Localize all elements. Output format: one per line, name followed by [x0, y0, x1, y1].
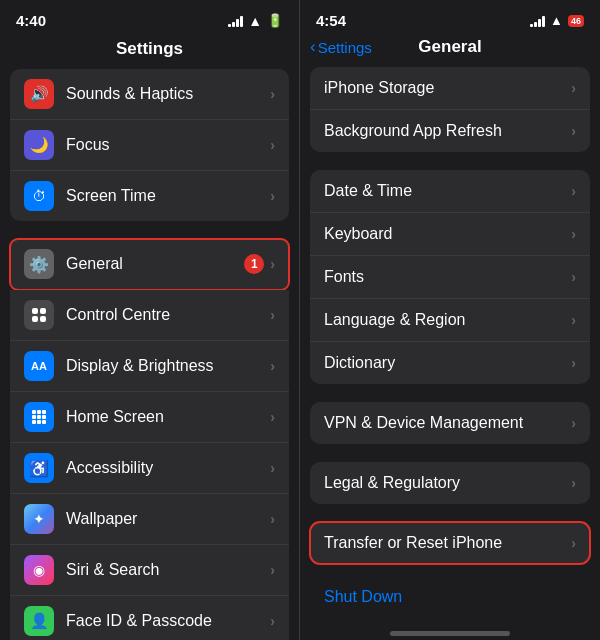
settings-item-display[interactable]: AA Display & Brightness › — [10, 341, 289, 392]
display-icon: AA — [24, 351, 54, 381]
right-item-dictionary[interactable]: Dictionary › — [310, 342, 590, 384]
settings-item-general[interactable]: ⚙️ General 1 › — [10, 239, 289, 290]
right-group-vpn: VPN & Device Management › — [310, 402, 590, 444]
settings-item-home-screen[interactable]: Home Screen › — [10, 392, 289, 443]
dictionary-chevron: › — [571, 355, 576, 371]
fonts-chevron: › — [571, 269, 576, 285]
legal-label: Legal & Regulatory — [324, 474, 460, 492]
sounds-chevron: › — [270, 86, 275, 102]
right-item-vpn[interactable]: VPN & Device Management › — [310, 402, 590, 444]
fonts-label: Fonts — [324, 268, 364, 286]
home-screen-chevron: › — [270, 409, 275, 425]
control-centre-label: Control Centre — [66, 306, 270, 324]
wallpaper-label: Wallpaper — [66, 510, 270, 528]
svg-rect-0 — [32, 308, 38, 314]
right-item-fonts[interactable]: Fonts › — [310, 256, 590, 299]
siri-label: Siri & Search — [66, 561, 270, 579]
svg-rect-11 — [37, 420, 41, 424]
home-screen-label: Home Screen — [66, 408, 270, 426]
focus-icon: 🌙 — [24, 130, 54, 160]
legal-chevron: › — [571, 475, 576, 491]
left-panel: 4:40 ▲ 🔋 Settings 🔊 Sounds & Haptics › — [0, 0, 300, 640]
faceid-label: Face ID & Passcode — [66, 612, 270, 630]
svg-rect-12 — [42, 420, 46, 424]
signal-bar-1 — [228, 24, 231, 27]
svg-rect-5 — [37, 410, 41, 414]
svg-rect-7 — [32, 415, 36, 419]
settings-item-focus[interactable]: 🌙 Focus › — [10, 120, 289, 171]
right-item-transfer-reset[interactable]: Transfer or Reset iPhone › — [310, 522, 590, 564]
svg-rect-2 — [32, 316, 38, 322]
wallpaper-icon: ✦ — [24, 504, 54, 534]
faceid-icon: 👤 — [24, 606, 54, 636]
settings-group-top: 🔊 Sounds & Haptics › 🌙 Focus › ⏱ Screen … — [10, 69, 289, 221]
siri-icon: ◉ — [24, 555, 54, 585]
settings-item-faceid[interactable]: 👤 Face ID & Passcode › — [10, 596, 289, 640]
screen-time-chevron: › — [270, 188, 275, 204]
accessibility-icon: ♿ — [24, 453, 54, 483]
settings-item-screen-time[interactable]: ⏱ Screen Time › — [10, 171, 289, 221]
display-chevron: › — [270, 358, 275, 374]
keyboard-chevron: › — [571, 226, 576, 242]
right-item-iphone-storage[interactable]: iPhone Storage › — [310, 67, 590, 110]
settings-list: 🔊 Sounds & Haptics › 🌙 Focus › ⏱ Screen … — [0, 69, 299, 640]
language-chevron: › — [571, 312, 576, 328]
right-item-keyboard[interactable]: Keyboard › — [310, 213, 590, 256]
shutdown-link[interactable]: Shut Down — [310, 582, 590, 606]
time-right: 4:54 — [316, 12, 346, 29]
back-label: Settings — [318, 39, 372, 56]
settings-item-control-centre[interactable]: Control Centre › — [10, 290, 289, 341]
wifi-icon: ▲ — [248, 13, 262, 29]
settings-group-mid: ⚙️ General 1 › Control Centre › — [10, 239, 289, 640]
settings-item-wallpaper[interactable]: ✦ Wallpaper › — [10, 494, 289, 545]
right-panel: 4:54 ▲ 46 ‹ Settings General iPhone Stor… — [300, 0, 600, 640]
language-label: Language & Region — [324, 311, 465, 329]
svg-rect-6 — [42, 410, 46, 414]
signal-bar-3 — [236, 19, 239, 27]
status-bar-right: 4:54 ▲ 46 — [300, 0, 600, 35]
signal-bar-r1 — [530, 24, 533, 27]
settings-item-siri[interactable]: ◉ Siri & Search › — [10, 545, 289, 596]
date-time-label: Date & Time — [324, 182, 412, 200]
accessibility-label: Accessibility — [66, 459, 270, 477]
general-chevron: › — [270, 256, 275, 272]
general-label: General — [66, 255, 244, 273]
right-item-bg-refresh[interactable]: Background App Refresh › — [310, 110, 590, 152]
battery-badge-right: 46 — [568, 15, 584, 27]
signal-icon-right — [530, 15, 545, 27]
signal-icon — [228, 15, 243, 27]
bg-refresh-label: Background App Refresh — [324, 122, 502, 140]
bg-refresh-chevron: › — [571, 123, 576, 139]
status-icons-left: ▲ 🔋 — [228, 13, 283, 29]
wallpaper-chevron: › — [270, 511, 275, 527]
siri-chevron: › — [270, 562, 275, 578]
back-chevron-icon: ‹ — [310, 37, 316, 57]
transfer-reset-label: Transfer or Reset iPhone — [324, 534, 502, 552]
home-indicator — [390, 631, 510, 636]
accessibility-chevron: › — [270, 460, 275, 476]
focus-label: Focus — [66, 136, 270, 154]
keyboard-label: Keyboard — [324, 225, 393, 243]
nav-title: General — [418, 37, 481, 57]
sounds-icon: 🔊 — [24, 79, 54, 109]
screen-time-icon: ⏱ — [24, 181, 54, 211]
signal-bar-r3 — [538, 19, 541, 27]
status-bar-left: 4:40 ▲ 🔋 — [0, 0, 299, 35]
right-item-language[interactable]: Language & Region › — [310, 299, 590, 342]
svg-rect-8 — [37, 415, 41, 419]
signal-bar-r4 — [542, 16, 545, 27]
right-item-date-time[interactable]: Date & Time › — [310, 170, 590, 213]
page-title-left: Settings — [0, 35, 299, 69]
right-list: iPhone Storage › Background App Refresh … — [300, 67, 600, 623]
general-icon: ⚙️ — [24, 249, 54, 279]
vpn-label: VPN & Device Management — [324, 414, 523, 432]
right-group-legal: Legal & Regulatory › — [310, 462, 590, 504]
settings-item-accessibility[interactable]: ♿ Accessibility › — [10, 443, 289, 494]
svg-rect-9 — [42, 415, 46, 419]
battery-icon: 🔋 — [267, 13, 283, 28]
nav-back-button[interactable]: ‹ Settings — [310, 37, 372, 57]
dictionary-label: Dictionary — [324, 354, 395, 372]
svg-rect-3 — [40, 316, 46, 322]
right-item-legal[interactable]: Legal & Regulatory › — [310, 462, 590, 504]
settings-item-sounds[interactable]: 🔊 Sounds & Haptics › — [10, 69, 289, 120]
